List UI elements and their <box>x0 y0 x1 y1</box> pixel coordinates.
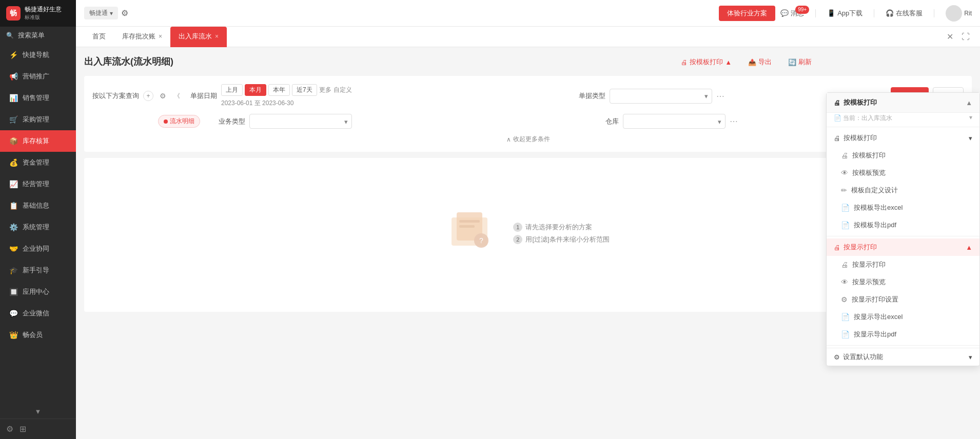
sidebar-item-app-center[interactable]: 🔲 应用中心 <box>0 281 76 303</box>
system-icon: ⚙️ <box>8 223 18 231</box>
sidebar-item-marketing[interactable]: 📢 营销推广 <box>0 66 76 87</box>
header-user-area: 畅捷通 ▾ ⚙ <box>84 7 714 19</box>
tab-flow-close[interactable]: × <box>215 33 219 40</box>
tab-flow[interactable]: 出入库流水 × <box>170 27 227 47</box>
tab-bar: 首页 库存批次账 × 出入库流水 × ✕ ⛶ <box>76 27 980 47</box>
sidebar-item-vip[interactable]: 👑 畅会员 <box>0 324 76 346</box>
header-gear-icon[interactable]: ⚙ <box>121 8 128 18</box>
filter-add-icon[interactable]: + <box>143 91 153 101</box>
app-download-btn[interactable]: 📱 App下载 <box>827 9 863 18</box>
avatar <box>946 5 962 22</box>
tab-batch-account[interactable]: 库存批次账 × <box>114 27 170 47</box>
sidebar-scroll-down[interactable]: ▼ <box>0 405 76 418</box>
template-section-collapse-icon: ▾ <box>969 134 972 142</box>
app-center-icon: 🔲 <box>8 288 18 296</box>
dropdown-header-title: 🖨 按模板打印 <box>834 98 877 107</box>
hint-text-1: 请先选择要分析的方案 <box>525 223 592 232</box>
sidebar-item-finance[interactable]: 💰 资金管理 <box>0 152 76 173</box>
dropdown-item-template-excel[interactable]: 📄 按模板导出excel <box>827 199 979 216</box>
tab-maximize-btn[interactable]: ⛶ <box>959 30 972 44</box>
app-download-label: App下载 <box>837 9 863 18</box>
hint-1: 1 请先选择要分析的方案 <box>513 223 609 232</box>
warehouse-more-icon[interactable]: ⋯ <box>730 116 738 126</box>
date-more-link[interactable]: 更多 <box>319 86 331 94</box>
date-btn-current-month[interactable]: 本月 <box>245 84 266 96</box>
sidebar-item-label: 应用中心 <box>23 287 49 296</box>
sidebar-item-guide[interactable]: 🎓 新手引导 <box>0 260 76 281</box>
dropdown-item-template-custom[interactable]: ✏ 模板自定义设计 <box>827 182 979 199</box>
date-btn-last-month[interactable]: 上月 <box>221 84 243 96</box>
display-print-section-header[interactable]: 🖨 按显示打印 ▲ <box>827 238 979 256</box>
filter-label-area: 按以下方案查询 + ⚙ 《 <box>92 91 182 101</box>
sidebar: 畅 畅捷通好生意 标准版 🔍 搜索菜单 ⚡ 快捷导航 📢 营销推广 📊 销售管理… <box>0 0 76 439</box>
sidebar-item-basics[interactable]: 📋 基础信息 <box>0 195 76 216</box>
dropdown-item-template-print[interactable]: 🖨 按模板打印 <box>827 147 979 164</box>
export-btn[interactable]: 📤 导出 <box>744 55 776 69</box>
tab-batch-account-close[interactable]: × <box>159 33 162 40</box>
sidebar-item-inventory[interactable]: 📦 库存核算 <box>0 130 76 152</box>
sidebar-item-enterprise[interactable]: 🤝 企业协同 <box>0 238 76 260</box>
dropdown-item-display-pdf[interactable]: 📄 按显示导出pdf <box>827 326 979 343</box>
tab-close-btn[interactable]: ✕ <box>945 30 955 44</box>
sidebar-item-quick-nav[interactable]: ⚡ 快捷导航 <box>0 44 76 66</box>
footer-label: 设置默认功能 <box>843 352 883 362</box>
dropdown-item-display-print-settings[interactable]: ⚙ 按显示打印设置 <box>827 291 979 308</box>
sidebar-search[interactable]: 🔍 搜索菜单 <box>0 27 76 44</box>
dropdown-item-template-pdf[interactable]: 📄 按模板导出pdf <box>827 216 979 234</box>
page-title-text: 出入库流水(流水明细) <box>84 55 173 68</box>
page-title-row: 出入库流水(流水明细) <box>84 55 972 68</box>
avatar-area[interactable]: Rit <box>946 5 972 22</box>
date-btn-current-year[interactable]: 本年 <box>268 84 290 96</box>
sidebar-item-purchase[interactable]: 🛒 采购管理 <box>0 109 76 130</box>
page-content: 出入库流水(流水明细) 按以下方案查询 + ⚙ 《 单据日期 上月 <box>76 47 980 439</box>
tab-home[interactable]: 首页 <box>84 27 114 47</box>
sidebar-bottom: ⚙ ⊞ <box>0 418 76 439</box>
sidebar-search-label: 搜索菜单 <box>18 31 45 40</box>
dropdown-footer[interactable]: ⚙ 设置默认功能 ▾ <box>827 348 979 366</box>
tab-bar-actions: ✕ ⛶ <box>945 30 972 44</box>
template-print-section-label: 按模板打印 <box>844 133 877 143</box>
template-print-section-header[interactable]: 🖨 按模板打印 ▾ <box>827 129 979 147</box>
sidebar-menu-toggle-icon[interactable]: ⊞ <box>19 424 26 434</box>
date-field-label: 单据日期 <box>190 91 217 101</box>
refresh-btn[interactable]: 🔄 刷新 <box>784 55 816 69</box>
svg-rect-2 <box>459 220 480 223</box>
sidebar-item-weixin[interactable]: 💬 企业微信 <box>0 303 76 324</box>
dropdown-item-display-print[interactable]: 🖨 按显示打印 <box>827 256 979 273</box>
print-btn[interactable]: 🖨 按模板打印 ▲ <box>677 55 736 69</box>
sidebar-logo: 畅 畅捷通好生意 标准版 <box>0 0 76 27</box>
header-username-box[interactable]: 畅捷通 ▾ <box>84 7 118 19</box>
sidebar-item-label: 营销推广 <box>23 72 49 81</box>
sidebar-settings-icon[interactable]: ⚙ <box>6 424 13 434</box>
username-dropdown-icon: ▾ <box>110 10 113 17</box>
vip-icon: 👑 <box>8 331 18 339</box>
trial-btn[interactable]: 体验行业方案 <box>719 6 775 21</box>
filter-collapse-icon[interactable]: 《 <box>172 91 182 101</box>
purchase-icon: 🛒 <box>8 115 18 124</box>
avatar-name: Rit <box>964 10 972 17</box>
online-service-btn[interactable]: 🎧 在线客服 <box>886 9 923 18</box>
bill-type-select[interactable] <box>610 89 712 104</box>
messages-btn[interactable]: 💬 消息 99+ <box>780 9 804 18</box>
date-btn-last-7-days[interactable]: 近7天 <box>292 84 317 96</box>
sidebar-item-system[interactable]: ⚙️ 系统管理 <box>0 216 76 238</box>
sidebar-item-sales[interactable]: 📊 销售管理 <box>0 87 76 109</box>
filter-gear-icon[interactable]: ⚙ <box>158 91 168 101</box>
footer-settings-icon: ⚙ <box>834 353 840 361</box>
tag-dot <box>164 119 168 124</box>
display-print-section-label: 按显示打印 <box>844 243 877 252</box>
bill-type-label: 单据类型 <box>579 91 605 101</box>
bill-type-more-icon[interactable]: ⋯ <box>716 91 724 101</box>
header-right: 💬 消息 99+ 📱 App下载 🎧 在线客服 Rit <box>780 5 972 22</box>
dropdown-item-template-preview[interactable]: 👁 按模板预览 <box>827 164 979 182</box>
dropdown-item-display-excel[interactable]: 📄 按显示导出excel <box>827 308 979 326</box>
date-custom-link[interactable]: 自定义 <box>334 86 352 94</box>
filter-tag-area: 流水明细 <box>158 115 200 128</box>
dropdown-header-arrow-up[interactable]: ▲ <box>966 99 972 107</box>
sidebar-item-operations[interactable]: 📈 经营管理 <box>0 173 76 195</box>
export-label: 导出 <box>758 57 772 67</box>
business-type-select[interactable] <box>249 114 352 129</box>
dropdown-item-display-preview[interactable]: 👁 按显示预览 <box>827 273 979 291</box>
svg-text:?: ? <box>479 236 483 245</box>
warehouse-select[interactable] <box>623 114 726 129</box>
